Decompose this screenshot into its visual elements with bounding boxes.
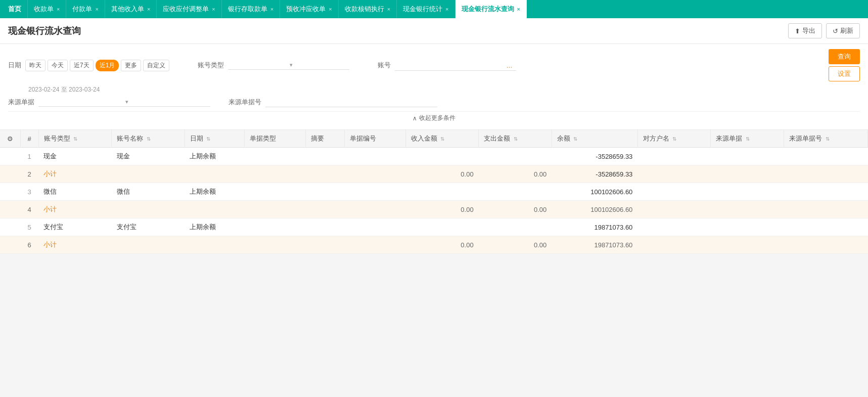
- nav-receipt-close[interactable]: ×: [57, 7, 60, 12]
- export-icon: ⬆: [795, 27, 800, 35]
- cell-doc-no: [345, 201, 405, 218]
- table-header-row: ⚙ # 账号类型 ⇅ 账号名称 ⇅ 日期 ⇅ 单据类型: [0, 130, 868, 148]
- export-button[interactable]: ⬆ 导出: [788, 23, 822, 38]
- source-doc-no-input-wrap: [265, 97, 437, 107]
- source-doc-no-group: 来源单据号: [229, 97, 437, 107]
- source-doc-no-label: 来源单据号: [229, 98, 261, 107]
- nav-other-income-close[interactable]: ×: [147, 7, 150, 12]
- cell-balance: 100102606.60: [552, 183, 637, 201]
- cell-summary: [305, 183, 345, 201]
- cell-source-doc-no: [784, 183, 867, 201]
- nav-prepaid-offset[interactable]: 预收冲应收单 ×: [280, 0, 338, 18]
- col-source-doc-no-label: 来源单据号: [789, 135, 822, 142]
- cell-expense: [479, 183, 552, 201]
- col-summary-label: 摘要: [311, 135, 324, 142]
- col-source-doc-sort-icon: ⇅: [746, 136, 750, 142]
- date-btn-more[interactable]: 更多: [121, 60, 141, 71]
- nav-cash-bank-stat-close[interactable]: ×: [445, 7, 448, 12]
- nav-payment-label: 付款单: [72, 5, 92, 14]
- query-button[interactable]: 查询: [829, 49, 860, 64]
- header-actions: ⬆ 导出 ↺ 刷新: [788, 23, 860, 38]
- date-btn-yesterday[interactable]: 昨天: [25, 60, 45, 71]
- col-counterpart[interactable]: 对方户名 ⇅: [637, 130, 711, 148]
- nav-receipt[interactable]: 收款单 ×: [28, 0, 66, 18]
- col-date-sort-icon: ⇅: [206, 136, 210, 142]
- date-btn-1month[interactable]: 近1月: [96, 60, 119, 71]
- cell-doc-type: [245, 218, 305, 236]
- account-type-arrow-icon: ▾: [290, 62, 347, 68]
- cell-expense: [479, 218, 552, 236]
- nav-receipt-writeoff-label: 收款核销执行: [345, 5, 384, 14]
- cell-income: 0.00: [405, 165, 479, 183]
- date-btn-custom[interactable]: 自定义: [143, 60, 169, 71]
- col-income-sort-icon: ⇅: [440, 136, 444, 142]
- cell-doc-no: [345, 183, 405, 201]
- source-doc-no-input[interactable]: [267, 98, 435, 106]
- nav-other-income[interactable]: 其他收入单 ×: [105, 0, 157, 18]
- nav-home-label: 首页: [8, 5, 21, 14]
- date-btn-7days[interactable]: 近7天: [70, 60, 94, 71]
- account-group: 账号 ...: [378, 60, 516, 71]
- table-row: 6小计0.000.0019871073.60: [0, 236, 868, 254]
- cell-doc-type: [245, 165, 305, 183]
- col-source-doc-no-sort-icon: ⇅: [826, 136, 830, 142]
- col-counterpart-sort-icon: ⇅: [672, 136, 676, 142]
- cell-expense: [479, 148, 552, 165]
- account-ellipsis-button[interactable]: ...: [505, 61, 515, 69]
- nav-bank-deposit-close[interactable]: ×: [270, 7, 273, 12]
- nav-home[interactable]: 首页: [2, 0, 28, 18]
- cell-balance: 19871073.60: [552, 236, 637, 254]
- nav-payment-close[interactable]: ×: [95, 7, 98, 12]
- nav-cash-bank-stat[interactable]: 现金银行统计 ×: [397, 0, 455, 18]
- settings-button[interactable]: 设置: [829, 66, 860, 81]
- cell-row-num: 3: [20, 183, 38, 201]
- nav-cash-bank-flow[interactable]: 现金银行流水查询 ×: [455, 0, 527, 18]
- col-account-name[interactable]: 账号名称 ⇅: [112, 130, 185, 148]
- nav-prepaid-offset-close[interactable]: ×: [329, 7, 332, 12]
- settings-icon[interactable]: ⚙: [7, 135, 13, 143]
- col-source-doc[interactable]: 来源单据 ⇅: [711, 130, 784, 148]
- cell-doc-no: [345, 236, 405, 254]
- source-doc-select[interactable]: ▾: [38, 98, 210, 107]
- account-label: 账号: [378, 61, 391, 70]
- cell-account-type: 现金: [38, 148, 112, 165]
- col-income-label: 收入金额: [411, 135, 437, 142]
- cell-summary: [305, 236, 345, 254]
- cell-income: [405, 183, 479, 201]
- account-type-select[interactable]: ▾: [228, 61, 349, 70]
- cell-expense: 0.00: [479, 236, 552, 254]
- cell-date: 上期余额: [185, 218, 245, 236]
- col-income[interactable]: 收入金额 ⇅: [405, 130, 479, 148]
- col-balance[interactable]: 余额 ⇅: [552, 130, 637, 148]
- col-balance-label: 余额: [557, 135, 570, 142]
- col-account-type[interactable]: 账号类型 ⇅: [38, 130, 112, 148]
- cell-income: [405, 148, 479, 165]
- collapse-bar[interactable]: ∧ 收起更多条件: [8, 111, 860, 124]
- col-doc-type: 单据类型: [245, 130, 305, 148]
- refresh-button[interactable]: ↺ 刷新: [826, 23, 860, 38]
- nav-ar-ap-adjust[interactable]: 应收应付调整单 ×: [157, 0, 221, 18]
- cell-source-doc: [711, 236, 784, 254]
- nav-receipt-writeoff-close[interactable]: ×: [387, 7, 390, 12]
- col-date[interactable]: 日期 ⇅: [185, 130, 245, 148]
- nav-bank-deposit[interactable]: 银行存取款单 ×: [222, 0, 280, 18]
- cell-source-doc-no: [784, 165, 867, 183]
- nav-payment[interactable]: 付款单 ×: [66, 0, 105, 18]
- source-doc-label: 来源单据: [8, 98, 34, 107]
- table-row: 3微信微信上期余额100102606.60: [0, 183, 868, 201]
- nav-cash-bank-flow-close[interactable]: ×: [517, 7, 520, 12]
- col-settings[interactable]: ⚙: [0, 130, 20, 148]
- nav-receipt-writeoff[interactable]: 收款核销执行 ×: [339, 0, 397, 18]
- col-source-doc-no[interactable]: 来源单据号 ⇅: [784, 130, 867, 148]
- account-input[interactable]: [397, 61, 504, 69]
- cell-income: 0.00: [405, 201, 479, 218]
- nav-ar-ap-adjust-close[interactable]: ×: [212, 7, 215, 12]
- cell-source-doc: [711, 148, 784, 165]
- cell-source-doc: [711, 218, 784, 236]
- cell-settings: [0, 148, 20, 165]
- date-btn-today[interactable]: 今天: [48, 60, 68, 71]
- cell-account-name: [112, 236, 185, 254]
- col-expense[interactable]: 支出金额 ⇅: [479, 130, 552, 148]
- cell-account-name: 现金: [112, 148, 185, 165]
- export-label: 导出: [802, 26, 815, 35]
